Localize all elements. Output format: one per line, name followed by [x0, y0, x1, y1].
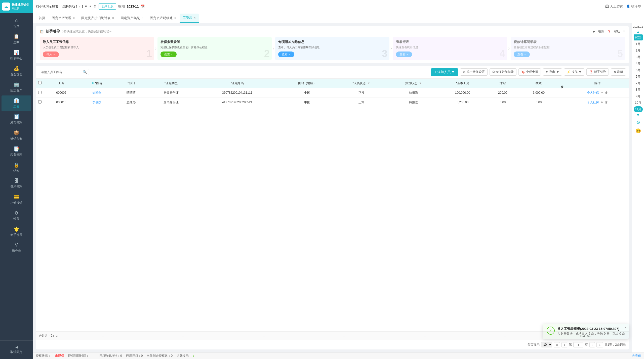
add-person-button[interactable]: + 添加人员 ▼: [431, 68, 458, 76]
switch-version-button[interactable]: 切到旧版: [99, 3, 116, 10]
report-status-filter-icon[interactable]: ▼: [419, 82, 422, 85]
page-input[interactable]: [573, 342, 583, 347]
panel-face-icon[interactable]: 😊: [634, 127, 642, 135]
tab-fixed-asset-mgmt[interactable]: 固定资产管理 ×: [49, 14, 78, 23]
td-name-2[interactable]: 李俊杰: [79, 97, 115, 107]
tab-fixed-asset-depreciation[interactable]: 固定资产折旧统计表 ×: [78, 14, 117, 23]
status-filter-icon[interactable]: ▼: [368, 82, 370, 85]
panel-month-9[interactable]: 9月: [634, 93, 643, 99]
td-op-edit-1[interactable]: ✏: [601, 91, 603, 94]
panel-month-5[interactable]: 5月: [634, 67, 643, 73]
first-page-btn[interactable]: «: [554, 342, 560, 347]
panel-month-12[interactable]: 2023: [634, 34, 643, 40]
export-button[interactable]: ⬆ 导出 ▼: [543, 68, 562, 76]
dropdown-icon[interactable]: ▼: [84, 5, 88, 8]
step-5-btn[interactable]: 查看＞: [514, 52, 530, 57]
consult-btn[interactable]: 🎧 人工咨询: [605, 4, 623, 9]
step-3-btn[interactable]: 查看＞: [278, 52, 294, 57]
td-checkbox-1: [36, 88, 44, 97]
sidebar-item-inventory[interactable]: 📦 进销台账: [2, 128, 31, 143]
tab-fixed-asset-category-close[interactable]: ×: [142, 16, 143, 20]
per-page-select[interactable]: 10 20 50: [541, 342, 552, 347]
topbar: 刘小艳演示账套（勿删勿动！）1 ▼ + ⚙ 切到旧版 账期 2023-11 📅 …: [33, 0, 644, 13]
social-insurance-button[interactable]: ⚙ 统一社保设置: [460, 68, 488, 76]
td-op-social-2[interactable]: 个人社保: [587, 100, 599, 104]
sidebar-item-expense[interactable]: 💳 小畅报销: [2, 192, 31, 208]
new-guide-button[interactable]: ❓ 新手引导: [586, 68, 609, 76]
panel-settings-icon[interactable]: ⚙: [635, 119, 641, 126]
search-input[interactable]: [41, 70, 82, 74]
td-op-del-1[interactable]: 🗑: [605, 91, 608, 94]
topbar-settings-icon[interactable]: ⚙: [94, 5, 97, 8]
guide-help-label[interactable]: 帮助: [614, 29, 620, 34]
refresh-button[interactable]: ↻ 刷新: [611, 68, 626, 76]
sidebar-item-member[interactable]: V 畅会员: [2, 240, 31, 255]
td-name-1[interactable]: 徐泽华: [79, 88, 115, 97]
tab-fixed-asset-detail-close[interactable]: ×: [174, 16, 176, 20]
user-menu[interactable]: 👤 徐泽华: [626, 4, 641, 9]
select-all-checkbox[interactable]: [38, 81, 42, 84]
calendar-icon[interactable]: 📅: [141, 5, 145, 8]
prev-page-btn[interactable]: ‹: [561, 342, 567, 347]
panel-month-3[interactable]: 3月: [634, 54, 643, 60]
panel-month-1[interactable]: 1月: [634, 41, 643, 47]
tab-fixed-asset-depreciation-close[interactable]: ×: [112, 16, 114, 20]
sidebar-bottom[interactable]: ◀ 取消固定: [0, 340, 33, 359]
sidebar-fixed-assets-label: 固定资产: [10, 88, 22, 93]
panel-down-btn[interactable]: ▼: [636, 113, 640, 118]
panel-month-6[interactable]: 6月: [634, 74, 643, 80]
step-4-btn[interactable]: 查看＞: [396, 52, 412, 57]
sidebar-item-archives[interactable]: 🗄 归档管理: [2, 176, 31, 191]
td-op-social-1[interactable]: 个人社保: [587, 91, 599, 94]
step-1-btn[interactable]: 导入＞: [43, 52, 59, 57]
last-page-btn[interactable]: »: [596, 342, 603, 347]
operation-button[interactable]: ⚡ 操作 ▼: [564, 68, 584, 76]
sidebar-item-ledger[interactable]: 📋 总账: [2, 31, 31, 47]
sidebar-item-funds[interactable]: 💰 资金管理: [2, 63, 31, 79]
panel-month-11[interactable]: 11月: [634, 106, 643, 112]
row-2-checkbox[interactable]: [38, 100, 42, 104]
tab-fixed-asset-category[interactable]: 固定资产类别 ×: [117, 14, 146, 23]
sidebar-item-closing[interactable]: 🔒 结账: [2, 160, 31, 176]
tax-report-button[interactable]: 🔖 个税申报: [518, 68, 541, 76]
td-op-del-2[interactable]: 🗑: [605, 100, 608, 104]
sidebar-item-payroll[interactable]: 👔 工资: [2, 95, 31, 111]
deduction-button[interactable]: © 专项附加扣除: [490, 68, 516, 76]
guide-video-label[interactable]: 视频: [598, 29, 604, 34]
sidebar-item-guide[interactable]: 🌟 新手引导: [2, 224, 31, 240]
panel-month-10[interactable]: 10月: [634, 100, 643, 106]
sidebar-item-fixed-assets[interactable]: 🏢 固定资产: [2, 79, 31, 95]
td-op-edit-2[interactable]: ✏: [601, 100, 603, 104]
th-nationality: 国籍（地区）: [280, 79, 335, 88]
remain-auth-label: 当前剩余授权数：0: [147, 354, 173, 358]
panel-month-7[interactable]: 7月: [634, 80, 643, 86]
step-2-btn[interactable]: 设置＞: [160, 52, 177, 57]
panel-month-4[interactable]: 4月: [634, 61, 643, 67]
recharge-link[interactable]: 去充值: [632, 354, 641, 358]
tab-payroll-close[interactable]: ×: [194, 16, 196, 20]
sidebar-item-tax[interactable]: 📑 税务管理: [2, 144, 31, 160]
sidebar-item-settings[interactable]: ⚙ 设置: [2, 208, 31, 224]
guide-close-icon[interactable]: ×: [623, 30, 625, 33]
topbar-add-icon[interactable]: +: [90, 5, 92, 8]
panel-month-2[interactable]: 2月: [634, 47, 643, 54]
sort-icon[interactable]: ⇅: [92, 81, 94, 85]
toast-close-icon[interactable]: ×: [624, 326, 626, 330]
next-page-btn[interactable]: ›: [589, 342, 595, 347]
user-avatar-icon: 👤: [626, 5, 630, 8]
tab-payroll[interactable]: 工资表 ×: [180, 14, 199, 23]
sidebar-archives-icon: 🗄: [14, 178, 19, 184]
sidebar-tax-icon: 📑: [14, 146, 19, 152]
row-1-checkbox[interactable]: [38, 91, 42, 94]
tab-home[interactable]: 首页: [36, 14, 48, 23]
sidebar-item-home[interactable]: ⌂ 首页: [2, 15, 31, 31]
sidebar-item-reports[interactable]: 📊 报表中心: [2, 47, 31, 63]
sidebar-item-invoices[interactable]: 🧾 发票管理: [2, 112, 31, 127]
table-body: 000002 徐泽华 嘻嘻嘻 居民身份证 360782200104131111 …: [36, 88, 629, 107]
tab-fixed-asset-mgmt-close[interactable]: ×: [73, 16, 75, 20]
search-icon[interactable]: 🔍: [83, 70, 87, 74]
panel-month-8[interactable]: 8月: [634, 87, 643, 93]
sidebar-cancel-fixed[interactable]: ◀ 取消固定: [9, 343, 23, 357]
panel-up-btn[interactable]: ▲: [636, 29, 640, 34]
tab-fixed-asset-detail[interactable]: 固定资产明细账 ×: [147, 14, 179, 23]
